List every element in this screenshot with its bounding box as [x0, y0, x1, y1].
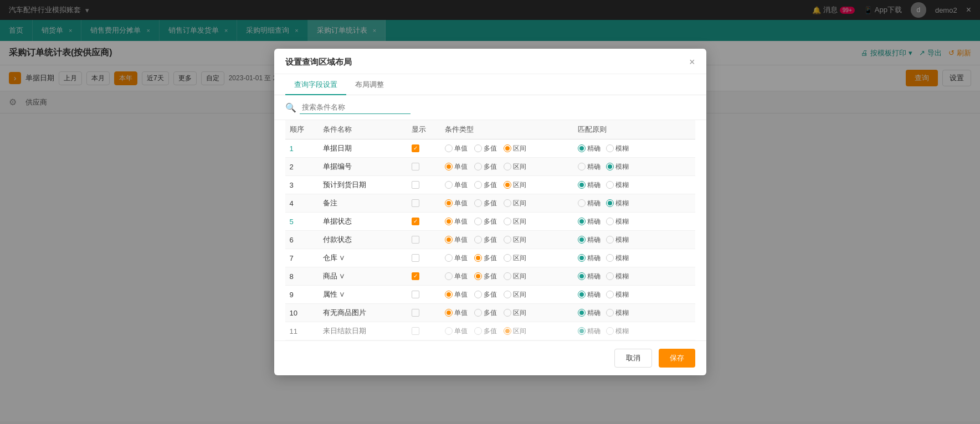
- checkbox-display-3[interactable]: [412, 181, 419, 189]
- radio-range-9[interactable]: [504, 291, 511, 298]
- type-radio-range-4[interactable]: 区间: [504, 199, 526, 208]
- type-radio-multi-1[interactable]: 多值: [474, 144, 497, 153]
- cell-display-1[interactable]: [407, 144, 440, 152]
- radio-fuzzy-5[interactable]: [606, 218, 614, 225]
- radio-single-3[interactable]: [445, 181, 453, 189]
- type-radio-single-3[interactable]: 单值: [445, 180, 468, 190]
- match-radio-exact-11[interactable]: 精确: [578, 327, 601, 336]
- checkbox-display-9[interactable]: [412, 291, 419, 298]
- radio-fuzzy-11[interactable]: [606, 327, 614, 335]
- cell-display-11[interactable]: [407, 327, 440, 335]
- radio-exact-11[interactable]: [578, 327, 586, 335]
- radio-fuzzy-1[interactable]: [606, 144, 614, 152]
- checkbox-display-8[interactable]: [412, 272, 419, 280]
- radio-single-10[interactable]: [445, 309, 453, 317]
- match-radio-fuzzy-8[interactable]: 模糊: [606, 272, 629, 281]
- radio-multi-10[interactable]: [474, 309, 482, 317]
- radio-range-1[interactable]: [504, 144, 511, 152]
- type-radio-single-11[interactable]: 单值: [445, 327, 468, 336]
- radio-range-7[interactable]: [504, 254, 511, 262]
- radio-single-5[interactable]: [445, 218, 453, 225]
- type-radio-single-7[interactable]: 单值: [445, 254, 468, 263]
- cell-display-4[interactable]: [407, 199, 440, 207]
- radio-range-6[interactable]: [504, 236, 511, 244]
- radio-multi-9[interactable]: [474, 291, 482, 298]
- radio-exact-2[interactable]: [578, 163, 586, 170]
- type-radio-range-5[interactable]: 区间: [504, 217, 526, 226]
- save-button[interactable]: 保存: [659, 349, 695, 368]
- match-radio-fuzzy-2[interactable]: 模糊: [606, 162, 629, 172]
- type-radio-multi-11[interactable]: 多值: [474, 327, 497, 336]
- checkbox-display-5[interactable]: [412, 218, 419, 225]
- type-radio-range-1[interactable]: 区间: [504, 144, 526, 153]
- checkbox-display-2[interactable]: [412, 163, 419, 170]
- match-radio-exact-4[interactable]: 精确: [578, 199, 601, 208]
- radio-multi-4[interactable]: [474, 199, 482, 207]
- cell-display-7[interactable]: [407, 254, 440, 262]
- match-radio-exact-3[interactable]: 精确: [578, 180, 601, 190]
- match-radio-exact-10[interactable]: 精确: [578, 308, 601, 318]
- checkbox-display-10[interactable]: [412, 309, 419, 317]
- radio-exact-6[interactable]: [578, 236, 586, 244]
- dialog-tab-query-fields[interactable]: 查询字段设置: [285, 74, 346, 95]
- radio-exact-4[interactable]: [578, 199, 586, 207]
- match-radio-fuzzy-7[interactable]: 模糊: [606, 254, 629, 263]
- type-radio-range-10[interactable]: 区间: [504, 308, 526, 318]
- radio-multi-6[interactable]: [474, 236, 482, 244]
- match-radio-exact-5[interactable]: 精确: [578, 217, 601, 226]
- type-radio-multi-3[interactable]: 多值: [474, 180, 497, 190]
- radio-fuzzy-7[interactable]: [606, 254, 614, 262]
- radio-single-7[interactable]: [445, 254, 453, 262]
- radio-single-2[interactable]: [445, 163, 453, 170]
- cell-display-2[interactable]: [407, 163, 440, 170]
- type-radio-multi-5[interactable]: 多值: [474, 217, 497, 226]
- search-input[interactable]: [300, 101, 411, 114]
- match-radio-fuzzy-3[interactable]: 模糊: [606, 180, 629, 190]
- radio-multi-5[interactable]: [474, 218, 482, 225]
- type-radio-range-9[interactable]: 区间: [504, 290, 526, 299]
- checkbox-display-1[interactable]: [412, 144, 419, 152]
- radio-fuzzy-3[interactable]: [606, 181, 614, 189]
- type-radio-range-8[interactable]: 区间: [504, 272, 526, 281]
- type-radio-multi-9[interactable]: 多值: [474, 290, 497, 299]
- radio-multi-7[interactable]: [474, 254, 482, 262]
- radio-exact-3[interactable]: [578, 181, 586, 189]
- checkbox-display-6[interactable]: [412, 236, 419, 244]
- cell-display-3[interactable]: [407, 181, 440, 189]
- type-radio-multi-10[interactable]: 多值: [474, 308, 497, 318]
- radio-fuzzy-9[interactable]: [606, 291, 614, 298]
- type-radio-range-3[interactable]: 区间: [504, 180, 526, 190]
- match-radio-exact-7[interactable]: 精确: [578, 254, 601, 263]
- type-radio-single-1[interactable]: 单值: [445, 144, 468, 153]
- radio-exact-8[interactable]: [578, 272, 586, 280]
- radio-range-2[interactable]: [504, 163, 511, 170]
- type-radio-range-6[interactable]: 区间: [504, 235, 526, 245]
- radio-multi-1[interactable]: [474, 144, 482, 152]
- type-radio-single-9[interactable]: 单值: [445, 290, 468, 299]
- cancel-button[interactable]: 取消: [614, 349, 652, 368]
- radio-single-9[interactable]: [445, 291, 453, 298]
- type-radio-range-7[interactable]: 区间: [504, 254, 526, 263]
- radio-single-8[interactable]: [445, 272, 453, 280]
- type-radio-multi-4[interactable]: 多值: [474, 199, 497, 208]
- radio-exact-7[interactable]: [578, 254, 586, 262]
- radio-exact-5[interactable]: [578, 218, 586, 225]
- cell-display-6[interactable]: [407, 236, 440, 244]
- radio-exact-9[interactable]: [578, 291, 586, 298]
- checkbox-display-7[interactable]: [412, 254, 419, 262]
- match-radio-fuzzy-10[interactable]: 模糊: [606, 308, 629, 318]
- dialog-tab-layout[interactable]: 布局调整: [346, 74, 393, 95]
- radio-range-4[interactable]: [504, 199, 511, 207]
- cell-display-8[interactable]: [407, 272, 440, 280]
- radio-single-11[interactable]: [445, 327, 453, 335]
- radio-range-11[interactable]: [504, 327, 511, 335]
- radio-exact-1[interactable]: [578, 144, 586, 152]
- type-radio-range-2[interactable]: 区间: [504, 162, 526, 172]
- match-radio-fuzzy-11[interactable]: 模糊: [606, 327, 629, 336]
- type-radio-single-6[interactable]: 单值: [445, 235, 468, 245]
- radio-fuzzy-6[interactable]: [606, 236, 614, 244]
- type-radio-multi-2[interactable]: 多值: [474, 162, 497, 172]
- match-radio-exact-8[interactable]: 精确: [578, 272, 601, 281]
- radio-multi-8[interactable]: [474, 272, 482, 280]
- radio-single-6[interactable]: [445, 236, 453, 244]
